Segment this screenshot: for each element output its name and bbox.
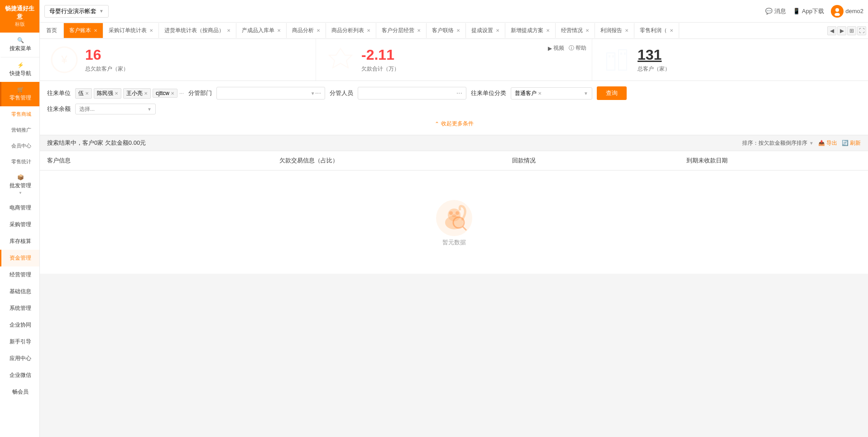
tab-close-icon[interactable]: ✕ bbox=[585, 28, 589, 33]
app-download-btn[interactable]: 📱 App下载 bbox=[793, 7, 824, 15]
tab-close-icon[interactable]: ✕ bbox=[317, 28, 320, 33]
sidebar-item-enterprise-collab[interactable]: 企业协同 bbox=[0, 317, 39, 333]
account-dropdown[interactable]: 母婴行业演示帐套 ▼ bbox=[44, 5, 109, 18]
tab-product-analysis[interactable]: 商品分析 ✕ bbox=[287, 23, 326, 38]
tab-product-analysis-list[interactable]: 商品分析列表 ✕ bbox=[326, 23, 376, 38]
unit-tag-1[interactable]: 陈民强 ✕ bbox=[94, 88, 121, 99]
refresh-btn[interactable]: 🔄 刷新 bbox=[842, 139, 861, 147]
svg-point-0 bbox=[835, 8, 839, 12]
tab-close-icon[interactable]: ✕ bbox=[625, 28, 628, 33]
filter-row-1: 往来单位 伍 ✕ 陈民强 ✕ 王小亮 ✕ cjttcw bbox=[47, 86, 861, 100]
tab-customer-account[interactable]: 客户账本 ✕ bbox=[64, 23, 103, 38]
tabs-next-btn[interactable]: ▶ bbox=[837, 26, 846, 35]
result-info: 搜索结果中，客户0家 欠款金额0.00元 bbox=[47, 139, 146, 147]
video-help-btn[interactable]: ▶ 视频 bbox=[548, 44, 564, 52]
unit-tag-0[interactable]: 伍 ✕ bbox=[75, 88, 92, 99]
tab-close-icon[interactable]: ✕ bbox=[417, 28, 421, 33]
tab-close-icon[interactable]: ✕ bbox=[149, 28, 153, 33]
result-actions: 排序：按欠款金额倒序排序 ▼ 📤 导出 🔄 刷新 bbox=[742, 139, 861, 147]
help-btn[interactable]: ⓘ 帮助 bbox=[569, 44, 586, 52]
sidebar-item-retail-stats[interactable]: 零售统计 bbox=[0, 154, 39, 170]
tab-close-icon[interactable]: ✕ bbox=[496, 28, 499, 33]
tab-biz-situation[interactable]: 经营情况 ✕ bbox=[556, 23, 595, 38]
svg-marker-4 bbox=[329, 48, 352, 68]
tab-customer-contact[interactable]: 客户联络 ✕ bbox=[427, 23, 466, 38]
sidebar-item-app-center[interactable]: 应用中心 bbox=[0, 350, 39, 367]
sidebar-item-marketing[interactable]: 营销推广 bbox=[0, 122, 39, 138]
sidebar-item-retail-mgmt[interactable]: 🛒 零售管理 bbox=[0, 82, 39, 106]
tab-profit-report[interactable]: 利润报告 ✕ bbox=[595, 23, 634, 38]
tab-retail-profit[interactable]: 零售利润（ ✕ bbox=[634, 23, 679, 38]
manager-filter-input[interactable] bbox=[362, 90, 456, 96]
tab-close-icon[interactable]: ✕ bbox=[277, 28, 281, 33]
sidebar-item-search[interactable]: 🔍 搜索菜单 bbox=[0, 33, 39, 57]
tab-close-icon[interactable]: ✕ bbox=[456, 28, 460, 33]
tab-purchase-order[interactable]: 采购订单统计表 ✕ bbox=[103, 23, 159, 38]
sidebar-item-quick-nav[interactable]: ⚡ 快捷导航 bbox=[0, 57, 39, 82]
dept-filter-input[interactable] bbox=[221, 90, 309, 96]
tag-close-icon[interactable]: ✕ bbox=[171, 91, 174, 96]
search-icon: 🔍 bbox=[17, 37, 24, 43]
manager-filter-input-wrap[interactable]: ··· bbox=[358, 87, 466, 100]
unit-tag-3[interactable]: cjttcw ✕ bbox=[153, 89, 177, 98]
sidebar-item-fund-mgmt[interactable]: 资金管理 bbox=[0, 250, 39, 266]
tab-raise-settings[interactable]: 提成设置 ✕ bbox=[466, 23, 505, 38]
dropdown-arrow-icon: ▼ bbox=[99, 9, 104, 14]
tags-more-btn[interactable]: ··· bbox=[179, 90, 184, 96]
tab-customer-tier[interactable]: 客户分层经营 ✕ bbox=[376, 23, 427, 38]
tabs-prev-btn[interactable]: ◀ bbox=[827, 26, 836, 35]
sidebar-item-wholesale-mgmt[interactable]: 📦 批发管理 ▼ bbox=[0, 170, 39, 200]
sidebar-item-member-center[interactable]: 会员中心 bbox=[0, 138, 39, 154]
unit-class-filter-wrap[interactable]: 普通客户 ✕ ▼ bbox=[511, 87, 592, 100]
tag-close-icon[interactable]: ✕ bbox=[538, 91, 542, 96]
filter-row-2: 往来余额 ▼ bbox=[47, 104, 861, 114]
stats-help-area: ▶ 视频 ⓘ 帮助 bbox=[548, 44, 586, 52]
sidebar-item-basic-info[interactable]: 基础信息 bbox=[0, 283, 39, 300]
message-btn[interactable]: 💬 消息 bbox=[765, 7, 786, 15]
tab-stock-stats[interactable]: 进货单统计表（按商品） ✕ bbox=[159, 23, 236, 38]
export-btn[interactable]: 📤 导出 bbox=[818, 139, 837, 147]
svg-point-14 bbox=[449, 211, 453, 215]
sidebar-item-new-guide[interactable]: 新手引导 bbox=[0, 333, 39, 350]
tab-close-icon[interactable]: ✕ bbox=[94, 28, 97, 33]
tab-product-inbound[interactable]: 产成品入库单 ✕ bbox=[236, 23, 287, 38]
tag-close-icon[interactable]: ✕ bbox=[85, 91, 89, 96]
svg-rect-7 bbox=[609, 55, 610, 57]
tab-new-raise-plan[interactable]: 新增提成方案 ✕ bbox=[505, 23, 556, 38]
tag-close-icon[interactable]: ✕ bbox=[144, 91, 148, 96]
manager-more-icon[interactable]: ··· bbox=[456, 89, 462, 97]
tabs-expand-btn[interactable]: ⊞ bbox=[847, 26, 856, 35]
dept-more-icon[interactable]: ··· bbox=[315, 89, 321, 97]
sidebar-item-ecommerce-mgmt[interactable]: 电商管理 bbox=[0, 200, 39, 216]
tabs-fullscreen-btn[interactable]: ⛶ bbox=[857, 26, 866, 35]
tag-close-icon[interactable]: ✕ bbox=[115, 91, 118, 96]
query-button[interactable]: 查询 bbox=[597, 86, 627, 100]
user-menu[interactable]: demo2 bbox=[831, 5, 863, 18]
tab-close-icon[interactable]: ✕ bbox=[227, 28, 230, 33]
unit-tag-2[interactable]: 王小亮 ✕ bbox=[123, 88, 151, 99]
sidebar-item-member-plus[interactable]: 畅会员 bbox=[0, 384, 39, 400]
unit-class-tag[interactable]: 普通客户 ✕ bbox=[515, 90, 542, 97]
balance-dropdown-arrow-icon: ▼ bbox=[147, 107, 152, 112]
sidebar-item-enterprise-wechat[interactable]: 企业微信 bbox=[0, 367, 39, 384]
wholesale-icon: 📦 bbox=[17, 174, 24, 180]
sidebar-item-purchase-mgmt[interactable]: 采购管理 bbox=[0, 216, 39, 233]
balance-filter-input[interactable] bbox=[79, 106, 147, 112]
sidebar-item-retail-mall[interactable]: 零售商城 bbox=[0, 106, 39, 122]
tab-close-icon[interactable]: ✕ bbox=[670, 28, 673, 33]
sort-selector[interactable]: 排序：按欠款金额倒序排序 ▼ bbox=[742, 139, 814, 147]
unit-filter-tags: 伍 ✕ 陈民强 ✕ 王小亮 ✕ cjttcw ✕ ··· bbox=[75, 88, 184, 99]
empty-illustration bbox=[434, 198, 475, 238]
dept-filter-input-wrap[interactable]: ▼ ··· bbox=[216, 87, 325, 100]
sidebar-item-sys-mgmt[interactable]: 系统管理 bbox=[0, 300, 39, 317]
svg-point-15 bbox=[456, 211, 459, 215]
sidebar-item-inventory-check[interactable]: 库存核算 bbox=[0, 233, 39, 250]
sidebar-item-biz-mgmt[interactable]: 经营管理 bbox=[0, 266, 39, 283]
tag-label: 普通客户 bbox=[515, 90, 537, 97]
filter-collapse-btn[interactable]: ⌃ 收起更多条件 bbox=[47, 118, 861, 129]
tab-close-icon[interactable]: ✕ bbox=[367, 28, 370, 33]
tab-close-icon[interactable]: ✕ bbox=[546, 28, 550, 33]
balance-filter-wrap[interactable]: ▼ bbox=[75, 104, 156, 114]
sort-arrow-icon: ▼ bbox=[809, 141, 814, 146]
tab-home[interactable]: 首页 bbox=[40, 23, 64, 38]
